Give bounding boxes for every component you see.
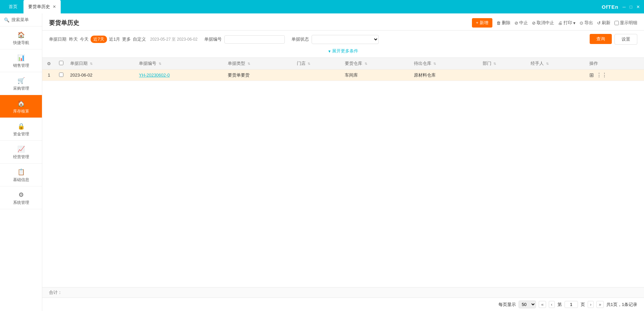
print-label: 打印 (564, 20, 572, 26)
warehouse-icon: 🏠 (17, 100, 25, 107)
print-button[interactable]: 🖨 打印 ▾ (558, 20, 576, 26)
tab-active-label: 要货单历史 (28, 4, 50, 10)
row-doc-no[interactable]: YH-20230602-0 (136, 70, 224, 81)
col-settings[interactable]: ⚙ (42, 58, 56, 70)
row-doc-type: 要货单要货 (224, 70, 293, 81)
gear-icon: ⚙ (18, 191, 24, 198)
new-button[interactable]: + 新增 (472, 18, 492, 28)
refresh-button[interactable]: ↺ 刷新 (597, 20, 610, 26)
shortcut-last1m[interactable]: 近1月 (109, 36, 120, 42)
sidebar-item-purchase[interactable]: 🛒 采购管理 (0, 72, 42, 95)
table-area: ⚙ 单据日期 ⇅ 单据编号 ⇅ (42, 58, 644, 287)
col-doc-type[interactable]: 单据类型 ⇅ (224, 58, 293, 70)
search-icon: 🔍 (4, 17, 9, 23)
tab-requisition-history[interactable]: 要货单历史 ✕ (23, 0, 61, 13)
expand-filter-button[interactable]: ▾ 展开更多条件 (328, 48, 358, 54)
sidebar-item-system[interactable]: ⚙ 系统管理 (0, 186, 42, 209)
print-dropdown-icon: ▾ (573, 20, 576, 26)
delete-label: 删除 (502, 20, 511, 26)
col-doc-date[interactable]: 单据日期 ⇅ (67, 58, 136, 70)
col-req-warehouse[interactable]: 要货仓库 ⇅ (341, 58, 410, 70)
chart-icon: 📊 (17, 54, 25, 61)
row-doc-date: 2023-06-02 (67, 70, 136, 81)
toolbar: + 新增 🗑 删除 ⊘ 中止 ⊘ 取消中止 🖨 打印 ▾ (472, 18, 637, 28)
prev-page-button[interactable]: ‹ (549, 301, 555, 308)
export-label: 导出 (584, 20, 593, 26)
home-icon: 🏠 (17, 31, 25, 39)
layout: 🔍 搜索菜单 🏠 快捷导航 📊 销售管理 🛒 采购管理 🏠 库存核算 🔒 资金管… (0, 13, 644, 311)
doc-no-label: 单据编号 (204, 36, 222, 42)
doc-status-select[interactable] (312, 35, 379, 44)
col-handler-label: 经手人 (531, 61, 544, 66)
row-checkbox-cell[interactable] (56, 70, 67, 81)
stop-button[interactable]: ⊘ 中止 (515, 20, 528, 26)
row-dest-warehouse: 原材料仓库 (411, 70, 479, 81)
row-checkbox[interactable] (59, 73, 63, 77)
query-button[interactable]: 查询 (590, 34, 612, 44)
col-doc-type-sort: ⇅ (248, 62, 250, 65)
next-page-button[interactable]: › (588, 301, 594, 308)
cancel-stop-button[interactable]: ⊘ 取消中止 (532, 20, 554, 26)
trending-icon: 📈 (17, 145, 25, 153)
col-doc-type-label: 单据类型 (228, 61, 245, 66)
shortcut-more[interactable]: 更多 (122, 36, 131, 42)
col-dest-warehouse[interactable]: 待出仓库 ⇅ (411, 58, 479, 70)
first-page-button[interactable]: « (539, 301, 546, 308)
sidebar-item-purchase-label: 采购管理 (13, 86, 29, 91)
doc-status-filter-group: 单据状态 (291, 35, 379, 44)
page-number-input[interactable] (565, 301, 578, 308)
doc-no-input[interactable] (224, 35, 285, 44)
last-page-button[interactable]: » (596, 301, 603, 308)
shortcut-today[interactable]: 今天 (80, 36, 89, 42)
window-min-icon[interactable]: ─ (623, 4, 626, 9)
table-footer: 合计： (42, 287, 644, 298)
doc-status-label: 单据状态 (291, 36, 309, 42)
expand-arrow-icon: ▾ (328, 49, 331, 54)
lock-icon: 🔒 (17, 123, 25, 130)
shortcut-last7[interactable]: 近7天 (91, 36, 107, 43)
page-title: 要货单历史 (49, 19, 79, 27)
refresh-icon: ↺ (597, 20, 601, 26)
row-edit-icon[interactable]: ⊞ (589, 72, 594, 78)
col-doc-no[interactable]: 单据编号 ⇅ (136, 58, 224, 70)
col-department[interactable]: 部门 ⇅ (479, 58, 528, 70)
row-more-icon[interactable]: ⋮⋮ (596, 72, 607, 78)
sidebar-item-quick-nav[interactable]: 🏠 快捷导航 (0, 27, 42, 49)
window-max-icon[interactable]: □ (630, 4, 632, 9)
settings-icon[interactable]: ⚙ (47, 61, 51, 66)
col-store[interactable]: 门店 ⇅ (293, 58, 342, 70)
export-button[interactable]: ⊙ 导出 (580, 20, 593, 26)
col-checkbox[interactable] (56, 58, 67, 70)
date-range-display: 2023-05-27 至 2023-06-02 (150, 37, 197, 42)
sidebar-item-operations[interactable]: 📈 经营管理 (0, 141, 42, 164)
brand-label: OfTEn (602, 4, 619, 10)
col-req-warehouse-sort: ⇅ (365, 62, 367, 65)
tab-close-icon[interactable]: ✕ (53, 4, 56, 9)
sidebar-search[interactable]: 🔍 搜索菜单 (0, 13, 42, 27)
data-table: ⚙ 单据日期 ⇅ 单据编号 ⇅ (42, 58, 644, 81)
set-button[interactable]: 设置 (614, 34, 637, 45)
sidebar-item-inventory[interactable]: 🏠 库存核算 (0, 95, 42, 118)
display-detail-checkbox[interactable] (614, 21, 619, 25)
tab-home[interactable]: 首页 (4, 0, 22, 13)
sidebar: 🔍 搜索菜单 🏠 快捷导航 📊 销售管理 🛒 采购管理 🏠 库存核算 🔒 资金管… (0, 13, 42, 311)
page-suffix: 页 (581, 302, 585, 308)
col-handler[interactable]: 经手人 ⇅ (527, 58, 586, 70)
stop-icon: ⊘ (515, 20, 518, 26)
col-doc-date-sort: ⇅ (90, 62, 93, 65)
sidebar-item-basic-info[interactable]: 📋 基础信息 (0, 164, 42, 186)
per-page-select[interactable]: 50 10 20 100 (519, 301, 536, 308)
shortcut-yesterday[interactable]: 昨天 (69, 36, 78, 42)
row-doc-no-link[interactable]: YH-20230602-0 (139, 73, 170, 78)
delete-button[interactable]: 🗑 删除 (496, 20, 511, 26)
sidebar-item-system-label: 系统管理 (13, 200, 29, 206)
shortcut-custom[interactable]: 自定义 (133, 36, 146, 42)
window-close-icon[interactable]: ✕ (636, 4, 640, 9)
col-dest-warehouse-sort: ⇅ (433, 62, 436, 65)
select-all-checkbox[interactable] (59, 61, 63, 65)
sidebar-item-sales[interactable]: 📊 销售管理 (0, 49, 42, 72)
display-detail-button[interactable]: 显示明细 (614, 20, 637, 26)
col-doc-no-sort: ⇅ (159, 62, 161, 65)
main-content: 要货单历史 + 新增 🗑 删除 ⊘ 中止 ⊘ 取消中止 🖨 打印 (42, 13, 644, 311)
sidebar-item-finance[interactable]: 🔒 资金管理 (0, 118, 42, 141)
